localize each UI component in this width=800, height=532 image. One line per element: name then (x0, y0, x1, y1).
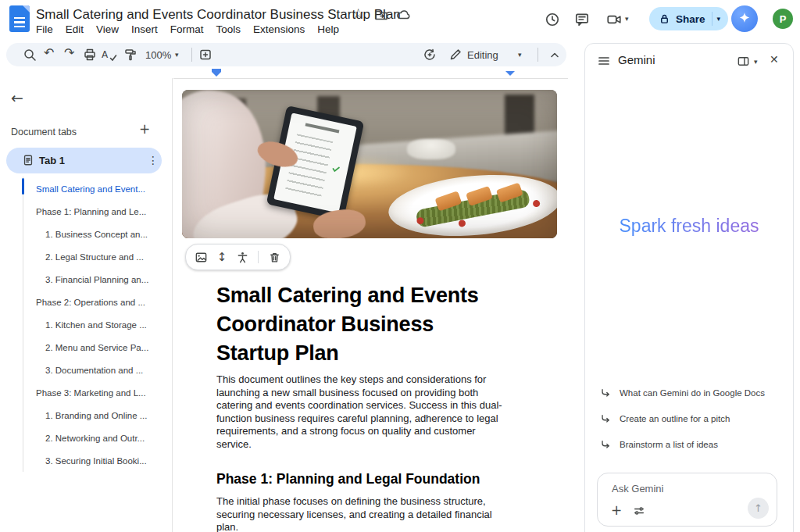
outline-item[interactable]: 2. Networking and Outr... (0, 427, 166, 450)
menu-tools[interactable]: Tools (210, 23, 248, 37)
share-divider (712, 12, 712, 26)
attach-plus-icon[interactable]: + (611, 504, 622, 517)
image-vignette (182, 90, 557, 238)
outline-item[interactable]: Phase 1: Planning and Le... (0, 201, 166, 223)
paint-format-icon[interactable] (123, 48, 138, 62)
lock-icon (659, 13, 670, 25)
up-arrow-icon: ↑ (754, 503, 762, 513)
redo-icon[interactable]: ↷ (64, 47, 74, 59)
branch-arrow-icon (600, 413, 611, 424)
outline-item[interactable]: 1. Branding and Online ... (0, 405, 166, 427)
move-folder-icon[interactable] (374, 8, 388, 22)
star-icon[interactable]: ☆ (352, 7, 364, 20)
editing-mode-dropdown-icon[interactable]: ▾ (518, 52, 522, 59)
outline-item[interactable]: Phase 3: Marketing and L... (0, 382, 166, 405)
right-indent-marker[interactable] (505, 71, 515, 76)
suggestion-label: Brainstorm a list of ideas (620, 440, 718, 449)
zoom-select[interactable]: 100% (145, 49, 171, 61)
suggestion-label: What can Gemini do in Google Docs (620, 388, 765, 398)
gemini-panel-title: Gemini (618, 53, 655, 66)
gemini-panel: Gemini ▾ ✕ Spark fresh ideas What can Ge… (584, 43, 794, 532)
branch-arrow-icon (600, 387, 611, 398)
toolbar-divider (538, 48, 538, 62)
spellcheck-icon[interactable]: A (102, 47, 117, 62)
menu-edit[interactable]: Edit (59, 23, 90, 37)
menu-help[interactable]: Help (311, 23, 345, 37)
editing-mode-label[interactable]: Editing (467, 49, 498, 61)
menu-file[interactable]: File (30, 23, 59, 37)
regenerate-icon[interactable] (423, 48, 437, 62)
menu-bar: File Edit View Insert Format Tools Exten… (30, 23, 345, 37)
outline-item[interactable]: 2. Legal Structure and ... (0, 246, 166, 269)
back-arrow-icon[interactable]: ← (11, 91, 23, 105)
document-phase1-paragraph[interactable]: The initial phase focuses on defining th… (216, 495, 507, 532)
spark-icon (737, 11, 752, 27)
share-dropdown-icon[interactable]: ▾ (717, 16, 721, 23)
toolbar-divider (191, 48, 192, 62)
document-phase1-heading[interactable]: Phase 1: Planning and Legal Foundation (216, 471, 480, 487)
gemini-suggestions: What can Gemini do in Google Docs Create… (585, 380, 793, 457)
profile-avatar[interactable]: P (773, 9, 793, 29)
docs-logo-icon[interactable] (9, 5, 30, 32)
outline-item[interactable]: Phase 2: Operations and ... (0, 291, 166, 314)
print-icon[interactable] (83, 48, 97, 62)
outline-item[interactable]: 2. Menu and Service Pa... (0, 337, 166, 359)
gemini-spark-button[interactable] (731, 5, 758, 32)
outline-item[interactable]: 1. Business Concept an... (0, 223, 166, 246)
menu-extensions[interactable]: Extensions (247, 23, 311, 37)
undo-icon[interactable]: ↶ (44, 47, 54, 59)
image-resize-icon[interactable]: ↕ (217, 252, 227, 263)
send-prompt-button[interactable]: ↑ (748, 498, 769, 519)
image-alt-text-icon[interactable] (236, 251, 249, 264)
outline-item[interactable]: Small Catering and Event... (0, 178, 166, 201)
panel-layout-icon[interactable] (737, 55, 750, 68)
editing-mode-pencil-icon[interactable] (448, 48, 462, 62)
video-call-dropdown-icon[interactable]: ▾ (625, 16, 629, 23)
panel-layout-dropdown-icon[interactable]: ▾ (754, 59, 758, 66)
docs-logo-lines (14, 17, 25, 27)
zoom-dropdown-icon[interactable]: ▾ (175, 52, 179, 59)
gemini-suggestion-item[interactable]: What can Gemini do in Google Docs (585, 380, 793, 405)
document-outline: Small Catering and Event... Phase 1: Pla… (0, 178, 166, 473)
cloud-status-icon[interactable] (396, 8, 410, 22)
tab-doc-icon (22, 154, 34, 166)
menu-insert[interactable]: Insert (125, 23, 164, 37)
tab-item-tab1[interactable]: Tab 1 ⋮ (6, 148, 162, 173)
document-inline-image[interactable] (182, 90, 557, 238)
image-toolbar-divider (258, 251, 259, 263)
branch-arrow-icon (600, 439, 611, 450)
menu-view[interactable]: View (90, 23, 125, 37)
document-tabs-heading: Document tabs (11, 127, 77, 137)
tab-kebab-icon[interactable]: ⋮ (148, 155, 159, 166)
google-docs-window: Small Catering and Events Coordinator Bu… (0, 0, 800, 532)
left-indent-marker[interactable] (212, 72, 221, 77)
search-icon[interactable] (23, 48, 37, 62)
image-replace-icon[interactable] (195, 251, 208, 264)
suggestion-label: Create an outline for a pitch (620, 414, 730, 423)
add-tab-icon[interactable]: + (139, 123, 150, 136)
image-delete-icon[interactable] (268, 251, 281, 264)
ask-gemini-placeholder: Ask Gemini (612, 483, 663, 495)
gemini-suggestion-item[interactable]: Brainstorm a list of ideas (585, 431, 793, 457)
outline-item[interactable]: 3. Documentation and ... (0, 359, 166, 382)
toolbar: ↶ ↷ A 100% ▾ Editing ▾ (6, 43, 566, 66)
version-history-icon[interactable] (545, 12, 560, 27)
share-button[interactable]: Share ▾ (649, 7, 728, 30)
gemini-suggestion-item[interactable]: Create an outline for a pitch (585, 405, 793, 431)
tune-icon[interactable] (633, 505, 645, 517)
document-heading-title[interactable]: Small Catering and Events Coordinator Bu… (216, 281, 486, 368)
insert-square-plus-icon[interactable] (198, 48, 212, 62)
outline-item[interactable]: 3. Securing Initial Booki... (0, 450, 166, 473)
collapse-toolbar-icon[interactable] (548, 48, 562, 62)
image-options-toolbar: ↕ (185, 244, 291, 270)
video-call-icon[interactable] (606, 12, 622, 27)
comments-icon[interactable] (574, 12, 590, 27)
outline-item[interactable]: 1. Kitchen and Storage ... (0, 314, 166, 337)
ask-gemini-input[interactable]: Ask Gemini + ↑ (597, 473, 777, 527)
gemini-menu-icon[interactable] (597, 54, 611, 68)
outline-item[interactable]: 3. Financial Planning an... (0, 269, 166, 291)
document-intro-paragraph[interactable]: This document outlines the key steps and… (216, 373, 507, 451)
document-title-field[interactable]: Small Catering and Events Coordinator Bu… (36, 7, 401, 23)
close-panel-icon[interactable]: ✕ (770, 54, 779, 65)
menu-format[interactable]: Format (164, 23, 210, 37)
